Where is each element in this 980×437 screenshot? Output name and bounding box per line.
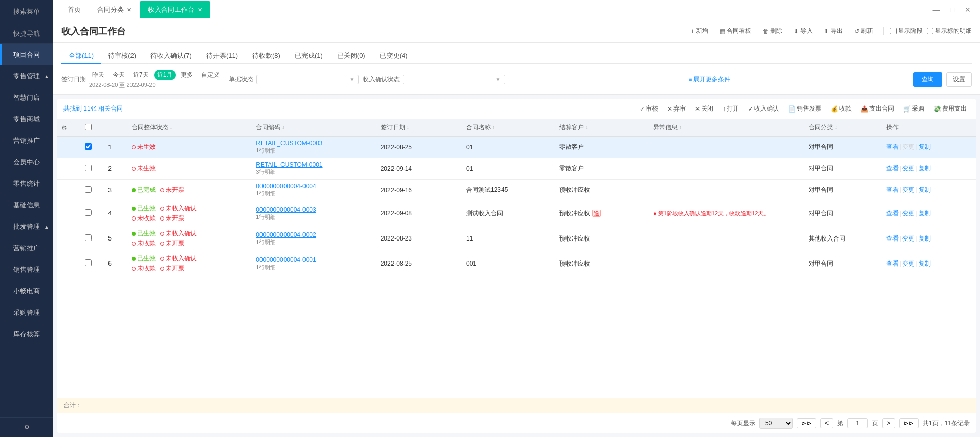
config-icon[interactable]: ⚙	[61, 124, 67, 132]
row-checkbox-3[interactable]	[85, 209, 92, 216]
page-number-input[interactable]	[847, 418, 868, 428]
op-复制-button[interactable]: 复制	[919, 186, 931, 193]
op-复制-button[interactable]: 复制	[919, 143, 931, 150]
select-all-checkbox[interactable]	[85, 124, 92, 130]
action-review-button[interactable]: ✓审核	[637, 103, 661, 115]
tab-contract-category[interactable]: 合同分类✕	[89, 1, 140, 18]
show-detail-input[interactable]	[927, 28, 933, 34]
row-checkbox-0[interactable]	[85, 143, 92, 150]
action-output-contract-button[interactable]: 📤支出合同	[858, 103, 897, 115]
show-cols-checkbox[interactable]: 显示阶段	[890, 27, 923, 35]
filter-tab-changed[interactable]: 已变更(4)	[373, 48, 415, 63]
action-payment-button[interactable]: 💰收款	[827, 103, 855, 115]
date-btn-yesterday[interactable]: 昨天	[89, 70, 107, 80]
action-close-button[interactable]: ✕关闭	[692, 103, 716, 115]
sidebar-item-retail-mgmt[interactable]: 零售管理▲	[0, 65, 53, 87]
prev-page-button[interactable]: <	[820, 418, 833, 428]
row-checkbox-2[interactable]	[85, 186, 92, 193]
op-复制-button[interactable]: 复制	[919, 235, 931, 242]
export-button[interactable]: ⬆导出	[820, 25, 847, 37]
refresh-button[interactable]: ↺刷新	[850, 25, 877, 37]
op-复制-button[interactable]: 复制	[919, 210, 931, 217]
op-查看-button[interactable]: 查看	[886, 235, 899, 242]
op-查看-button[interactable]: 查看	[886, 210, 899, 217]
sidebar-item-smart-store[interactable]: 智慧门店	[0, 87, 53, 108]
sidebar-item-marketing[interactable]: 营销推广	[0, 130, 53, 151]
new-button[interactable]: +新增	[687, 25, 712, 37]
col-header-sign-date[interactable]: 签订日期↕	[377, 119, 462, 137]
action-sales-invoice-button[interactable]: 📄销售发票	[785, 103, 824, 115]
col-header-code[interactable]: 合同编码↕	[252, 119, 376, 137]
sidebar-item-project[interactable]: 项目合同	[0, 44, 53, 65]
sidebar-item-marketing2[interactable]: 营销推广	[0, 237, 53, 259]
date-btn-last7[interactable]: 近7天	[130, 70, 152, 80]
doc-status-select[interactable]: ▼	[256, 75, 359, 84]
date-btn-more[interactable]: 更多	[178, 70, 196, 80]
expand-more-btn[interactable]: ≡ 展开更多条件	[688, 75, 730, 84]
filter-tab-all[interactable]: 全部(11)	[61, 48, 101, 64]
sidebar-item-member[interactable]: 会员中心	[0, 151, 53, 173]
tab-income-workbench[interactable]: 收入合同工作台✕	[140, 1, 210, 18]
query-button[interactable]: 查询	[913, 72, 942, 87]
filter-tab-pending-invoice[interactable]: 待开票(11)	[199, 48, 245, 63]
filter-tab-pending-review[interactable]: 待审核(2)	[101, 48, 143, 63]
sidebar-item-inventory[interactable]: 库存核算	[0, 323, 53, 345]
contract-code-link[interactable]: 0000000000004-0004	[256, 183, 316, 190]
first-page-button[interactable]: ⊳⊳	[797, 418, 816, 428]
maximize-button[interactable]: □	[947, 5, 957, 15]
row-checkbox-5[interactable]	[85, 259, 92, 266]
kanban-button[interactable]: ▦合同看板	[715, 25, 755, 37]
col-header-category[interactable]: 合同分类↕	[804, 119, 882, 137]
contract-code-link[interactable]: 0000000000004-0001	[256, 256, 316, 264]
page-size-select[interactable]: 50 100	[759, 418, 793, 429]
op-查看-button[interactable]: 查看	[886, 186, 899, 193]
sidebar-nav[interactable]: 快捷导航	[0, 24, 53, 44]
row-checkbox-4[interactable]	[85, 234, 92, 241]
sidebar-item-wholesale[interactable]: 批发管理▲	[0, 216, 53, 237]
tab-home[interactable]: 首页	[59, 1, 89, 18]
sidebar-item-retail-mall[interactable]: 零售商城	[0, 108, 53, 130]
contract-code-link[interactable]: RETAIL_CUSTOM-0003	[256, 140, 322, 147]
setting-button[interactable]: 设置	[946, 72, 972, 87]
op-变更-button[interactable]: 变更	[902, 260, 914, 267]
income-status-select[interactable]: ▼	[403, 75, 505, 84]
contract-code-link[interactable]: 0000000000004-0003	[256, 206, 316, 213]
sidebar-item-sales-mgmt[interactable]: 销售管理	[0, 259, 53, 280]
op-变更-button[interactable]: 变更	[902, 165, 914, 172]
op-查看-button[interactable]: 查看	[886, 143, 899, 150]
col-header-status[interactable]: 合同整体状态↕	[127, 119, 252, 137]
op-复制-button[interactable]: 复制	[919, 165, 931, 172]
op-变更-button[interactable]: 变更	[902, 235, 914, 242]
op-变更-button[interactable]: 变更	[902, 210, 914, 217]
last-page-button[interactable]: ⊳⊳	[899, 418, 919, 428]
import-button[interactable]: ⬇导入	[790, 25, 817, 37]
close-button[interactable]: ✕	[962, 5, 974, 15]
col-header-abnormal[interactable]: 异常信息↕	[649, 119, 804, 137]
action-open-button[interactable]: ↑打开	[720, 103, 742, 115]
filter-tab-pending-confirm[interactable]: 待收入确认(7)	[143, 48, 199, 63]
action-abandon-button[interactable]: ✕弃审	[664, 103, 689, 115]
next-page-button[interactable]: >	[882, 418, 895, 428]
sidebar-item-xiaochang[interactable]: 小畅电商	[0, 280, 53, 302]
op-查看-button[interactable]: 查看	[886, 165, 899, 172]
filter-tab-completed[interactable]: 已完成(1)	[288, 48, 330, 63]
action-income-confirm-button[interactable]: ✓收入确认	[745, 103, 782, 115]
sidebar-item-purchase[interactable]: 采购管理	[0, 302, 53, 323]
delete-button[interactable]: 🗑删除	[758, 25, 787, 37]
contract-code-link[interactable]: RETAIL_CUSTOM-0001	[256, 161, 322, 168]
op-复制-button[interactable]: 复制	[919, 260, 931, 267]
op-查看-button[interactable]: 查看	[886, 260, 899, 267]
col-header-name[interactable]: 合同名称↕	[462, 119, 556, 137]
sidebar-item-basic-info[interactable]: 基础信息	[0, 194, 53, 216]
date-btn-custom[interactable]: 自定义	[198, 70, 223, 80]
date-btn-today[interactable]: 今天	[110, 70, 128, 80]
contract-code-link[interactable]: 0000000000004-0002	[256, 231, 316, 238]
minimize-button[interactable]: —	[930, 5, 943, 15]
action-expense-button[interactable]: 💸费用支出	[930, 103, 970, 115]
show-cols-input[interactable]	[890, 28, 897, 34]
date-btn-last1m[interactable]: 近1月	[154, 70, 176, 80]
tab-close-icon[interactable]: ✕	[198, 7, 202, 13]
filter-tab-pending-payment[interactable]: 待收款(8)	[245, 48, 288, 63]
sidebar-settings[interactable]: ⚙	[0, 417, 53, 437]
action-purchase-button[interactable]: 🛒采购	[900, 103, 927, 115]
